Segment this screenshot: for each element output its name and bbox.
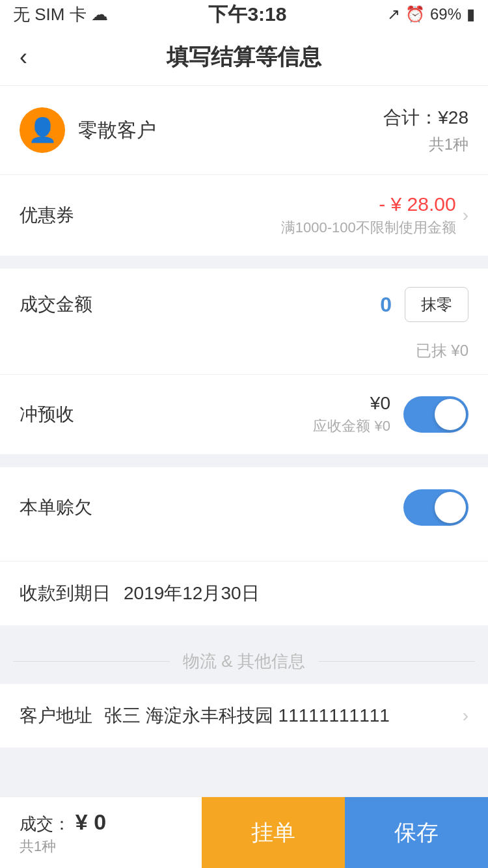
coupon-right: - ¥ 28.00 满1000-100不限制使用金额 › [281,193,468,237]
customer-left: 👤 零散客户 [20,107,156,153]
location-icon: ↗ [387,5,400,23]
battery-icon: ▮ [467,5,475,23]
person-icon: 👤 [28,116,57,144]
customer-right: 合计：¥28 共1种 [383,105,468,155]
logistics-text: 物流 & 其他信息 [183,650,305,673]
nav-bar: ‹ 填写结算等信息 [0,29,488,86]
customer-total: 合计：¥28 [383,105,468,130]
logistics-line-left [13,661,170,662]
prepay-toggle[interactable] [403,396,468,433]
chevron-right-icon: › [463,205,468,226]
coupon-row[interactable]: 优惠券 - ¥ 28.00 满1000-100不限制使用金额 › [0,174,488,256]
transaction-right: 0 抹零 [380,287,468,322]
prepay-amount: ¥0 [313,393,390,414]
address-value: 张三 海淀永丰科技园 11111111111 [104,703,456,728]
status-right: ↗ ⏰ 69% ▮ [387,5,475,23]
prepay-sub: 应收金额 ¥0 [313,416,390,436]
bottom-deal-count: 共1种 [20,837,182,856]
toggle-knob [435,399,466,430]
status-bar: 无 SIM 卡 ☁ 下午3:18 ↗ ⏰ 69% ▮ [0,0,488,29]
transaction-value[interactable]: 0 [380,293,392,317]
prepay-right: ¥0 应收金额 ¥0 [313,393,468,436]
alarm-icon: ⏰ [405,5,425,23]
coupon-info: - ¥ 28.00 满1000-100不限制使用金额 [281,193,456,237]
logistics-divider: 物流 & 其他信息 [0,638,488,684]
bottom-deal-label-row: 成交： ¥ 0 [20,809,182,835]
customer-name: 零散客户 [78,117,156,144]
customer-avatar: 👤 [20,107,65,153]
prepay-row: 冲预收 ¥0 应收金额 ¥0 [0,374,488,454]
coupon-label: 优惠券 [20,203,74,228]
bottom-left: 成交： ¥ 0 共1种 [0,809,202,856]
duedate-value: 2019年12月30日 [124,581,260,606]
battery-level: 69% [430,5,461,23]
debt-section: 本单赊欠 收款到期日 2019年12月30日 [0,467,488,625]
coupon-desc: 满1000-100不限制使用金额 [281,218,456,237]
debt-label: 本单赊欠 [20,495,92,520]
status-left: 无 SIM 卡 ☁ [13,3,108,26]
save-button[interactable]: 保存 [345,797,488,869]
transaction-sub: 已抹 ¥0 [0,340,488,374]
transaction-row: 成交金额 0 抹零 [0,269,488,340]
transaction-section: 成交金额 0 抹零 已抹 ¥0 冲预收 ¥0 应收金额 ¥0 [0,269,488,454]
coupon-amount: - ¥ 28.00 [281,193,456,215]
page-title: 填写结算等信息 [167,42,321,72]
bottom-deal-amount: ¥ 0 [75,809,106,834]
address-row[interactable]: 客户地址 张三 海淀永丰科技园 11111111111 › [0,684,488,748]
sim-status: 无 SIM 卡 ☁ [13,3,108,26]
prepay-info: ¥0 应收金额 ¥0 [313,393,390,436]
customer-count: 共1种 [383,134,468,155]
debt-toggle-knob [435,492,466,523]
duedate-label: 收款到期日 [20,581,111,606]
address-label: 客户地址 [20,703,98,728]
debt-toggle[interactable] [403,489,468,526]
prepay-label: 冲预收 [20,402,74,427]
customer-section: 👤 零散客户 合计：¥28 共1种 优惠券 - ¥ 28.00 满1000-10… [0,86,488,256]
bottom-bar: 成交： ¥ 0 共1种 挂单 保存 [0,796,488,868]
bottom-deal-label: 成交： [20,814,70,834]
logistics-line-right [318,661,475,662]
back-button[interactable]: ‹ [20,44,27,71]
transaction-label: 成交金额 [20,292,92,317]
address-chevron-icon: › [463,705,468,726]
debt-row: 本单赊欠 [0,467,488,548]
customer-row: 👤 零散客户 合计：¥28 共1种 [0,86,488,174]
hold-button[interactable]: 挂单 [202,797,345,869]
status-time: 下午3:18 [208,1,286,28]
round-off-button[interactable]: 抹零 [405,287,468,322]
duedate-row: 收款到期日 2019年12月30日 [0,561,488,625]
